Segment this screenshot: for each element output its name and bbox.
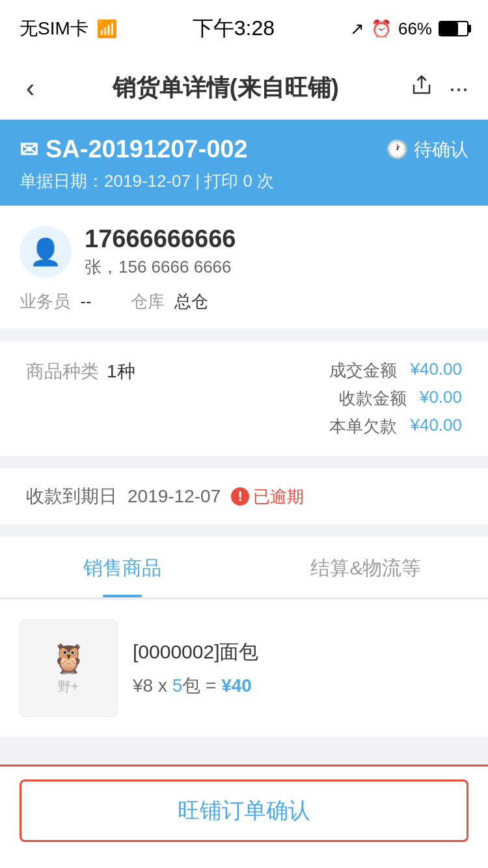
warehouse-value: 总仓 <box>174 292 208 311</box>
order-date: 单据日期：2019-12-07 | 打印 0 次 <box>20 170 468 193</box>
battery-icon <box>439 21 468 36</box>
status-clock-icon: 🕐 <box>386 139 409 160</box>
overdue-text: 已逾期 <box>253 485 304 508</box>
received-amount: ¥0.00 <box>420 387 462 410</box>
customer-section: 👤 17666666666 张，156 6666 6666 业务员 -- 仓库 … <box>0 206 488 329</box>
product-qty: 5 <box>172 675 183 696</box>
summary-left: 商品种类 1种 <box>26 359 135 384</box>
deal-amount: ¥40.00 <box>410 359 462 382</box>
avatar-icon: 👤 <box>29 237 62 267</box>
avatar: 👤 <box>20 226 72 278</box>
product-price-row: ¥8 x 5包 = ¥40 <box>133 673 468 698</box>
deal-row: 成交金额 ¥40.00 <box>329 359 462 382</box>
status-right: ↗ ⏰ 66% <box>350 19 468 39</box>
product-owl-icon: 🦉 <box>51 642 87 675</box>
summary-section: 商品种类 1种 成交金额 ¥40.00 收款金额 ¥0.00 本单欠款 ¥40.… <box>0 341 488 457</box>
tab-settlement[interactable]: 结算&物流等 <box>244 537 488 597</box>
summary-right: 成交金额 ¥40.00 收款金额 ¥0.00 本单欠款 ¥40.00 <box>329 359 462 438</box>
back-button[interactable]: ‹ <box>20 67 41 109</box>
customer-row: 👤 17666666666 张，156 6666 6666 <box>20 225 468 278</box>
brand-label: 野+ <box>58 678 79 696</box>
share-button[interactable] <box>410 74 433 103</box>
customer-meta: 业务员 -- 仓库 总仓 <box>20 290 468 313</box>
overdue-badge: ! 已逾期 <box>231 485 304 508</box>
customer-info: 17666666666 张，156 6666 6666 <box>85 225 468 278</box>
product-unit: 包 <box>182 675 200 696</box>
due-label: 收款到期日 <box>26 484 117 509</box>
tabs-row: 销售商品 结算&物流等 <box>0 537 488 597</box>
confirm-order-button[interactable]: 旺铺订单确认 <box>20 780 468 842</box>
nav-bar: ‹ 销货单详情(来自旺铺) ··· <box>0 57 488 120</box>
overdue-icon: ! <box>231 487 249 506</box>
status-time: 下午3:28 <box>193 14 275 43</box>
salesperson-label: 业务员 <box>20 292 70 311</box>
order-id-row: ✉ SA-20191207-002 🕐 待确认 <box>20 135 468 163</box>
customer-name: 张，156 6666 6666 <box>85 256 468 278</box>
price-text: ¥8 x <box>133 675 172 696</box>
type-label: 商品种类 <box>26 359 99 384</box>
more-button[interactable]: ··· <box>449 75 468 102</box>
tab-sales-product[interactable]: 销售商品 <box>0 537 244 597</box>
alarm-icon: ⏰ <box>371 19 392 39</box>
type-value: 1种 <box>107 359 135 384</box>
order-header: ✉ SA-20191207-002 🕐 待确认 单据日期：2019-12-07 … <box>0 120 488 206</box>
location-icon: ↗ <box>350 19 364 39</box>
product-thumbnail: 🦉 野+ <box>20 619 117 717</box>
product-name: [0000002]面包 <box>133 639 468 666</box>
product-thumb-inner: 🦉 野+ <box>51 642 87 696</box>
order-status: 🕐 待确认 <box>386 137 468 162</box>
salesperson-field: 业务员 -- <box>20 290 92 313</box>
carrier-text: 无SIM卡 <box>20 16 88 41</box>
received-row: 收款金额 ¥0.00 <box>339 387 462 410</box>
product-details: [0000002]面包 ¥8 x 5包 = ¥40 <box>133 639 468 698</box>
tabs-section: 销售商品 结算&物流等 <box>0 537 488 599</box>
salesperson-value: -- <box>80 292 91 311</box>
due-section: 收款到期日 2019-12-07 ! 已逾期 <box>0 468 488 525</box>
product-item: 🦉 野+ [0000002]面包 ¥8 x 5包 = ¥40 <box>0 600 488 737</box>
customer-phone: 17666666666 <box>85 225 468 253</box>
product-section: 🦉 野+ [0000002]面包 ¥8 x 5包 = ¥40 <box>0 600 488 737</box>
debt-label: 本单欠款 <box>329 415 397 438</box>
order-icon: ✉ <box>20 137 38 163</box>
due-date-value: 2019-12-07 <box>128 486 221 507</box>
deal-label: 成交金额 <box>329 359 397 382</box>
order-id: ✉ SA-20191207-002 <box>20 135 248 163</box>
debt-amount: ¥40.00 <box>410 415 462 438</box>
warehouse-label: 仓库 <box>131 292 165 311</box>
product-total: ¥40 <box>221 675 252 696</box>
received-label: 收款金额 <box>339 387 407 410</box>
status-left: 无SIM卡 📶 <box>20 16 117 41</box>
battery-percent: 66% <box>398 19 432 39</box>
bottom-bar: 旺铺订单确认 <box>0 765 488 868</box>
debt-row: 本单欠款 ¥40.00 <box>329 415 462 438</box>
warehouse-field: 仓库 总仓 <box>131 290 208 313</box>
status-bar: 无SIM卡 📶 下午3:28 ↗ ⏰ 66% <box>0 0 488 57</box>
battery-fill <box>440 22 458 35</box>
nav-actions: ··· <box>410 74 468 103</box>
wifi-icon: 📶 <box>96 19 117 39</box>
page-title: 销货单详情(来自旺铺) <box>113 72 339 104</box>
